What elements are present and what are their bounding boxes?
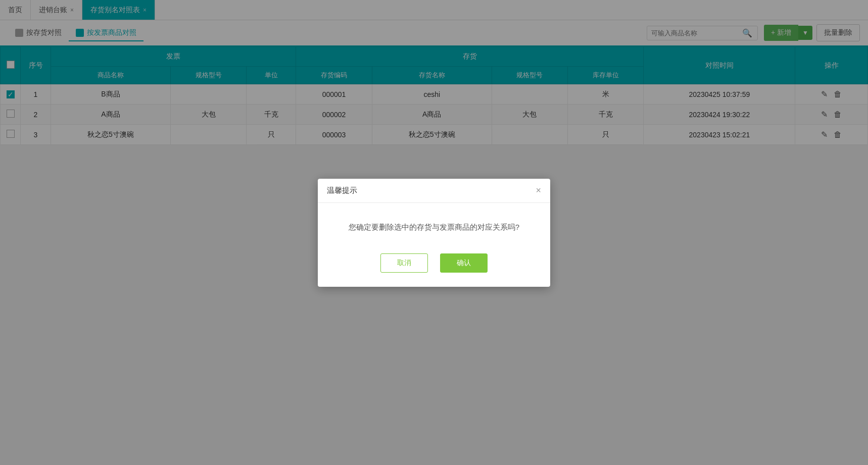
overlay: 温馨提示 × 您确定要删除选中的存货与发票商品的对应关系吗? 取消 确认 — [0, 0, 868, 145]
